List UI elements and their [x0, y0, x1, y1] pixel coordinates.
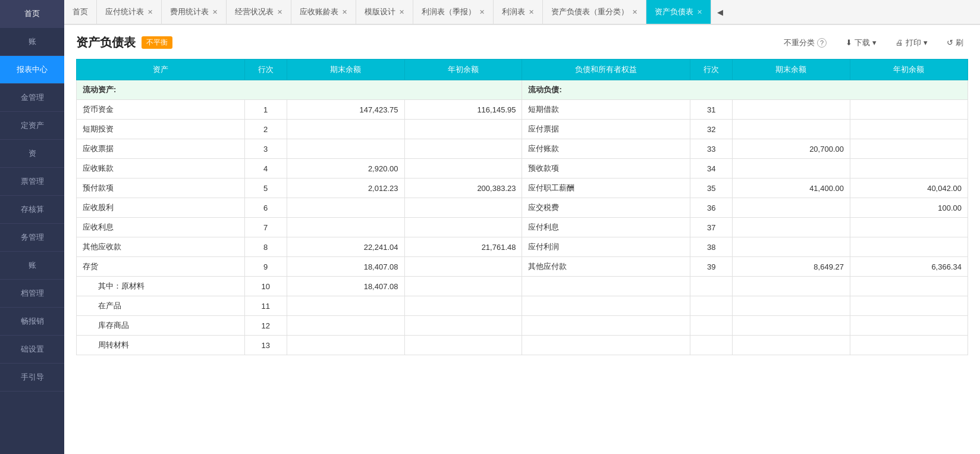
- toolbar: 不重分类 ? ⬇ 下载 ▾ 🖨 打印 ▾ ↺ 刷: [779, 35, 968, 51]
- tab-balance-reclassified[interactable]: 资产负债表（重分类） ✕: [543, 0, 646, 24]
- asset-label: 库存商品: [77, 316, 245, 336]
- year-start-amount: 21,761.48: [404, 237, 522, 257]
- liability-label: [522, 336, 690, 355]
- sidebar-item-home[interactable]: 首页: [0, 0, 64, 28]
- period-end-amount: 147,423.75: [287, 100, 404, 120]
- col-row-num: 行次: [244, 60, 287, 80]
- row-number2: [690, 336, 733, 355]
- period-end-amount2: [733, 237, 850, 257]
- row-number2: 36: [690, 198, 733, 218]
- close-icon[interactable]: ✕: [632, 8, 637, 16]
- sidebar-item-ticket-mgmt[interactable]: 票管理: [0, 168, 64, 196]
- year-start-amount2: [850, 296, 968, 316]
- sidebar-item-guide[interactable]: 手引导: [0, 364, 64, 392]
- tab-template-design[interactable]: 模版设计 ✕: [356, 0, 413, 24]
- row-number: 4: [244, 159, 287, 179]
- refresh-icon: ↺: [947, 38, 953, 47]
- period-end-amount2: [733, 120, 850, 139]
- year-start-amount: [404, 159, 522, 179]
- print-icon: 🖨: [896, 38, 903, 47]
- year-start-amount2: [850, 159, 968, 179]
- sidebar-item-basic-settings[interactable]: 础设置: [0, 336, 64, 364]
- asset-label: 存货: [77, 257, 245, 277]
- year-start-amount: [404, 257, 522, 277]
- close-icon[interactable]: ✕: [342, 8, 347, 16]
- row-number2: 33: [690, 139, 733, 159]
- print-button[interactable]: 🖨 打印 ▾: [891, 35, 932, 51]
- sidebar-item-fund-mgmt[interactable]: 金管理: [0, 84, 64, 112]
- tab-payable-stats[interactable]: 应付统计表 ✕: [97, 0, 162, 24]
- year-start-amount: [404, 198, 522, 218]
- asset-label: 应收利息: [77, 218, 245, 237]
- sidebar-item-investment[interactable]: 资: [0, 140, 64, 168]
- period-end-amount2: [733, 218, 850, 237]
- year-start-amount: [404, 277, 522, 296]
- year-start-amount: [404, 139, 522, 159]
- close-icon[interactable]: ✕: [212, 8, 218, 16]
- row-number: 2: [244, 120, 287, 139]
- tab-profit-quarterly[interactable]: 利润表（季报） ✕: [413, 0, 494, 24]
- period-end-amount: 18,407.08: [287, 277, 404, 296]
- period-end-amount: 18,407.08: [287, 257, 404, 277]
- sidebar-item-stock-settle[interactable]: 存核算: [0, 196, 64, 224]
- row-number: 9: [244, 257, 287, 277]
- year-start-amount2: 100.00: [850, 198, 968, 218]
- year-start-amount: [404, 120, 522, 139]
- liability-label: [522, 296, 690, 316]
- liability-label: 应交税费: [522, 198, 690, 218]
- period-end-amount2: [733, 159, 850, 179]
- section-label-asset: 流动资产:: [77, 80, 522, 100]
- page-header: 资产负债表 不平衡 不重分类 ? ⬇ 下载 ▾ 🖨 打印 ▾: [76, 35, 968, 51]
- sidebar-item-account[interactable]: 账: [0, 28, 64, 56]
- tab-ar-aging[interactable]: 应收账龄表 ✕: [291, 0, 356, 24]
- close-icon[interactable]: ✕: [399, 8, 404, 16]
- asset-label: 其中：原材料: [77, 277, 245, 296]
- help-icon[interactable]: ?: [817, 38, 827, 48]
- year-start-amount2: [850, 277, 968, 296]
- period-end-amount: [287, 198, 404, 218]
- liability-label: 应付账款: [522, 139, 690, 159]
- row-number: 13: [244, 336, 287, 355]
- no-reclassify-button[interactable]: 不重分类 ?: [779, 35, 831, 51]
- row-number2: 32: [690, 120, 733, 139]
- asset-label: 预付款项: [77, 179, 245, 198]
- tab-home[interactable]: 首页: [64, 0, 97, 24]
- year-start-amount2: [850, 316, 968, 336]
- row-number2: 39: [690, 257, 733, 277]
- tab-profit[interactable]: 利润表 ✕: [494, 0, 543, 24]
- asset-label: 其他应收款: [77, 237, 245, 257]
- sidebar-item-fixed-assets[interactable]: 定资产: [0, 112, 64, 140]
- tab-balance-sheet[interactable]: 资产负债表 ✕: [646, 0, 711, 24]
- asset-label: 应收账款: [77, 159, 245, 179]
- close-icon[interactable]: ✕: [277, 8, 282, 16]
- tab-more-button[interactable]: ◀: [711, 0, 729, 24]
- period-end-amount: [287, 120, 404, 139]
- col-row-num2: 行次: [690, 60, 733, 80]
- period-end-amount: 2,920.00: [287, 159, 404, 179]
- close-icon[interactable]: ✕: [697, 8, 702, 16]
- close-icon[interactable]: ✕: [479, 8, 485, 16]
- year-start-amount: [404, 316, 522, 336]
- close-icon[interactable]: ✕: [147, 8, 153, 16]
- sidebar-item-archive-mgmt[interactable]: 档管理: [0, 280, 64, 308]
- sidebar-item-ledger[interactable]: 账: [0, 252, 64, 280]
- period-end-amount2: 41,400.00: [733, 179, 850, 198]
- page-title-area: 资产负债表 不平衡: [76, 35, 172, 51]
- period-end-amount2: 8,649.27: [733, 257, 850, 277]
- report-table: 资产 行次 期末余额 年初余额 负债和所有者权益 行次 期末余额 年初余额 流动…: [76, 59, 968, 355]
- liability-label: [522, 316, 690, 336]
- refresh-button[interactable]: ↺ 刷: [942, 35, 968, 51]
- year-start-amount2: 6,366.34: [850, 257, 968, 277]
- sidebar-item-sales[interactable]: 畅报销: [0, 308, 64, 336]
- tab-biz-status[interactable]: 经营状况表 ✕: [227, 0, 291, 24]
- close-icon[interactable]: ✕: [529, 8, 534, 16]
- unbalanced-badge: 不平衡: [142, 36, 172, 49]
- row-number2: 31: [690, 100, 733, 120]
- sidebar-item-biz-mgmt[interactable]: 务管理: [0, 224, 64, 252]
- section-label-liability: 流动负债:: [522, 80, 968, 100]
- tab-expense-stats[interactable]: 费用统计表 ✕: [162, 0, 227, 24]
- row-number: 1: [244, 100, 287, 120]
- liability-label: 预收款项: [522, 159, 690, 179]
- sidebar-item-report-center[interactable]: 报表中心: [0, 56, 64, 84]
- download-button[interactable]: ⬇ 下载 ▾: [841, 35, 881, 51]
